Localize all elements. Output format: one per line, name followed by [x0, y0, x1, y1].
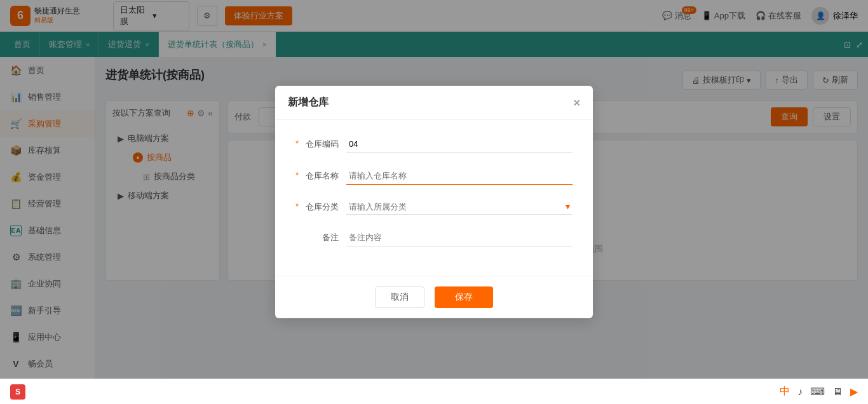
bottom-bar: S 中 ♪ ⌨ 🖥 ▶ — [0, 379, 868, 404]
category-label: 仓库分类 — [295, 201, 346, 213]
category-input[interactable] — [349, 202, 566, 212]
form-row-note: 备注 — [295, 229, 573, 246]
modal-footer: 取消 保存 — [275, 276, 593, 318]
bottom-icon-monitor[interactable]: 🖥 — [832, 386, 843, 398]
form-row-code: 仓库编码 — [295, 135, 573, 153]
cancel-button[interactable]: 取消 — [375, 286, 424, 308]
new-warehouse-modal: 新增仓库 × 仓库编码 仓库名称 仓库分类 ▾ — [275, 86, 593, 318]
name-input[interactable] — [346, 167, 573, 185]
modal-body: 仓库编码 仓库名称 仓库分类 ▾ 备注 — [275, 120, 593, 276]
form-row-name: 仓库名称 — [295, 167, 573, 185]
save-button[interactable]: 保存 — [435, 286, 493, 308]
bottom-icon-play[interactable]: ▶ — [850, 386, 858, 398]
category-dropdown-icon[interactable]: ▾ — [566, 201, 570, 212]
modal-header: 新增仓库 × — [275, 86, 593, 120]
bottom-icon-music[interactable]: ♪ — [797, 386, 803, 398]
category-select-wrap[interactable]: ▾ — [346, 199, 573, 215]
bottom-icon-zh[interactable]: 中 — [780, 385, 790, 398]
note-label: 备注 — [295, 232, 346, 243]
form-row-category: 仓库分类 ▾ — [295, 199, 573, 215]
bottom-icons: 中 ♪ ⌨ 🖥 ▶ — [780, 385, 858, 398]
note-input[interactable] — [346, 229, 573, 246]
code-label: 仓库编码 — [295, 138, 346, 150]
bottom-logo: S — [10, 384, 25, 400]
modal-overlay: 新增仓库 × 仓库编码 仓库名称 仓库分类 ▾ — [0, 0, 868, 404]
name-label: 仓库名称 — [295, 170, 346, 182]
code-input[interactable] — [346, 135, 573, 153]
modal-close-button[interactable]: × — [573, 97, 580, 109]
modal-title: 新增仓库 — [288, 96, 329, 109]
bottom-icon-keyboard[interactable]: ⌨ — [810, 386, 825, 398]
